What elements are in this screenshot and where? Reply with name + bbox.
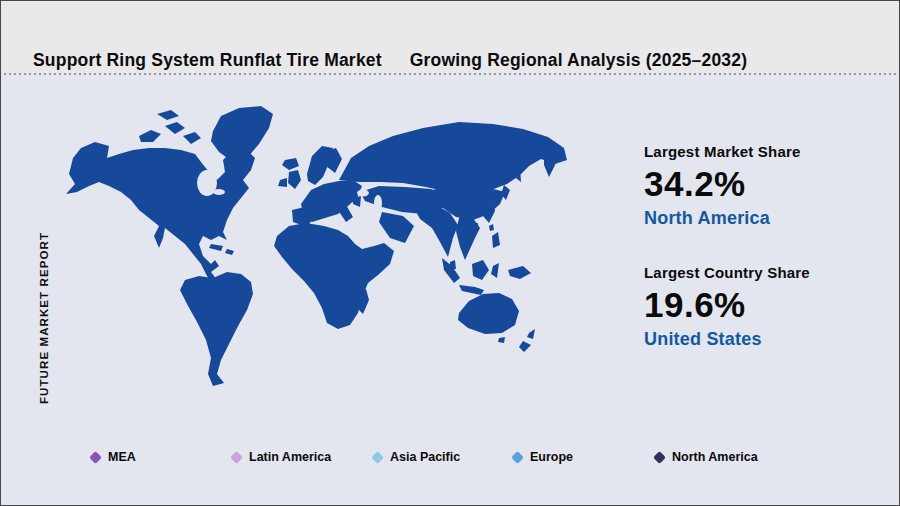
legend-dot-icon <box>371 451 384 464</box>
oceania <box>458 293 535 352</box>
world-map <box>61 86 621 406</box>
great-lakes <box>213 189 225 195</box>
page-title: Support Ring System Runflat Tire Market … <box>33 1 747 76</box>
legend-dot-icon <box>230 451 243 464</box>
legend: MEA Latin America Asia Pacific Europe No… <box>1 450 900 466</box>
legend-label: MEA <box>108 450 136 464</box>
legend-label: North America <box>672 450 758 464</box>
arctic-islands <box>139 110 201 144</box>
legend-label: Europe <box>530 450 573 464</box>
stat-largest-country-share: Largest Country Share 19.6% United State… <box>644 264 894 350</box>
stat-region: United States <box>644 329 894 350</box>
dotted-divider <box>4 73 896 75</box>
caribbean-islands <box>209 244 234 255</box>
legend-item-latin-america[interactable]: Latin America <box>232 450 331 464</box>
legend-dot-icon <box>653 451 666 464</box>
africa <box>274 223 394 329</box>
stat-largest-market-share: Largest Market Share 34.2% North America <box>644 143 894 229</box>
brand-watermark: FUTURE MARKET REPORT <box>38 232 50 404</box>
legend-item-asia-pacific[interactable]: Asia Pacific <box>373 450 460 464</box>
infographic-canvas: Support Ring System Runflat Tire Market … <box>0 0 900 506</box>
north-america <box>66 142 255 288</box>
stat-label: Largest Country Share <box>644 264 894 281</box>
legend-dot-icon <box>89 451 102 464</box>
legend-label: Latin America <box>249 450 331 464</box>
landmasses <box>66 106 567 386</box>
stat-label: Largest Market Share <box>644 143 894 160</box>
south-america <box>180 272 253 386</box>
title-market-name: Support Ring System Runflat Tire Market <box>33 50 382 71</box>
stat-value: 34.2% <box>644 166 894 203</box>
europe <box>278 146 362 227</box>
title-analysis-label: Growing Regional Analysis (2025–2032) <box>410 50 747 71</box>
legend-item-north-america[interactable]: North America <box>655 450 758 464</box>
header-bar: Support Ring System Runflat Tire Market … <box>1 1 899 73</box>
stat-region: North America <box>644 208 894 229</box>
caspian-sea <box>374 195 382 211</box>
legend-dot-icon <box>511 451 524 464</box>
legend-item-europe[interactable]: Europe <box>513 450 573 464</box>
legend-label: Asia Pacific <box>390 450 460 464</box>
legend-item-mea[interactable]: MEA <box>91 450 136 464</box>
stat-value: 19.6% <box>644 287 894 324</box>
black-sea <box>357 190 369 197</box>
